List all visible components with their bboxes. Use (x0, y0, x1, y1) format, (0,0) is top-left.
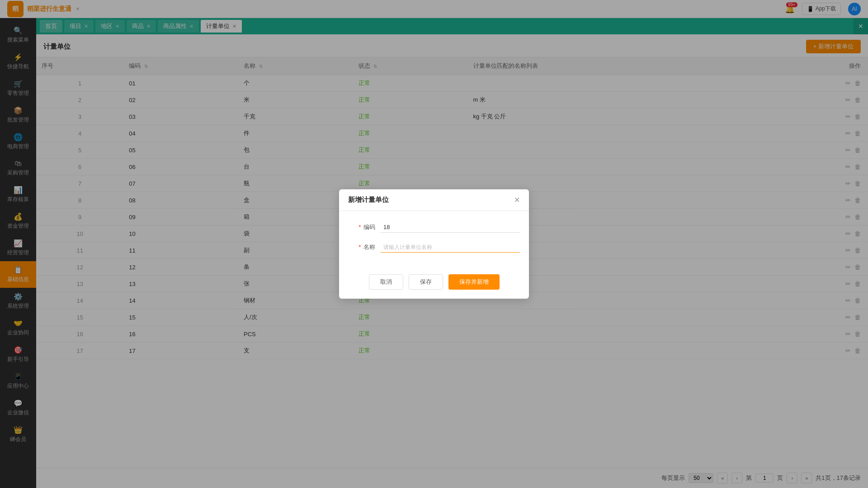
modal-body: * 编码 * 名称 (339, 211, 529, 269)
modal-title: 新增计量单位 (348, 196, 389, 204)
code-required: * (359, 224, 361, 230)
name-label: * 名称 (348, 243, 375, 251)
modal-footer: 取消 保存 保存并新增 (339, 269, 529, 299)
modal-close-button[interactable]: ✕ (514, 196, 520, 204)
code-form-row: * 编码 (348, 222, 520, 233)
code-label: * 编码 (348, 223, 375, 231)
name-form-row: * 名称 (348, 242, 520, 253)
modal-overlay[interactable]: 新增计量单位 ✕ * 编码 * 名称 取消 保存 保存并新增 (0, 0, 868, 488)
name-input[interactable] (381, 242, 520, 253)
save-new-button[interactable]: 保存并新增 (448, 274, 500, 290)
modal-header: 新增计量单位 ✕ (339, 189, 529, 211)
add-unit-modal: 新增计量单位 ✕ * 编码 * 名称 取消 保存 保存并新增 (339, 189, 529, 299)
save-button[interactable]: 保存 (409, 274, 443, 290)
code-input[interactable] (381, 222, 520, 233)
name-required: * (359, 244, 361, 250)
cancel-button[interactable]: 取消 (369, 274, 403, 290)
